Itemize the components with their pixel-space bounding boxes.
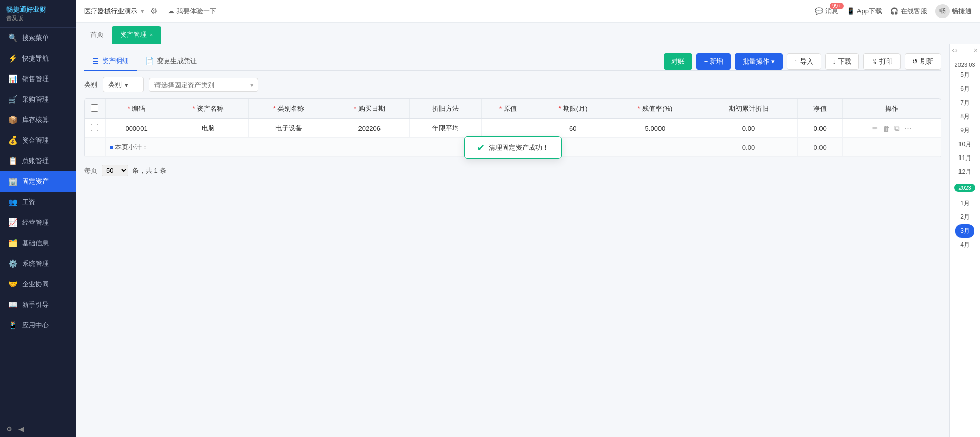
new-button[interactable]: + 新增 bbox=[696, 53, 731, 70]
sidebar-item-fixed-assets[interactable]: 🏢固定资产 bbox=[0, 171, 76, 192]
tab-close-icon[interactable]: × bbox=[150, 32, 153, 38]
category-type-select[interactable]: 类别 ▾ bbox=[103, 77, 144, 92]
capital-icon: 💰 bbox=[8, 136, 18, 145]
timeline-month[interactable]: 1月 bbox=[952, 196, 977, 210]
timeline-month[interactable]: 4月 bbox=[952, 238, 977, 252]
app-download-label: App下载 bbox=[857, 7, 882, 16]
sidebar-item-ledger[interactable]: 📋总账管理 bbox=[0, 151, 76, 171]
select-all-checkbox[interactable] bbox=[91, 104, 98, 112]
sidebar-label-enterprise: 企业协同 bbox=[22, 280, 49, 289]
row-original-value bbox=[482, 119, 535, 138]
row-depreciation: 年限平均 bbox=[410, 119, 482, 138]
import-button[interactable]: ↑ 导入 bbox=[787, 53, 821, 70]
download-icon: 📱 bbox=[847, 7, 855, 15]
filter-type-text: 类别 bbox=[108, 80, 122, 89]
sidebar-item-guide[interactable]: 📖新手引导 bbox=[0, 294, 76, 315]
row-residual-rate: 5.0000 bbox=[611, 119, 699, 138]
cloud-icon: ☁ bbox=[168, 7, 174, 15]
timeline-month[interactable]: 6月 bbox=[952, 82, 977, 96]
subtotal-empty bbox=[85, 138, 105, 157]
payroll-icon: 👥 bbox=[8, 197, 18, 207]
row-checkbox-cell bbox=[85, 119, 105, 138]
timeline-month[interactable]: 3月 bbox=[955, 224, 974, 238]
guide-icon: 📖 bbox=[8, 300, 18, 309]
sidebar-item-enterprise[interactable]: 🤝企业协同 bbox=[0, 274, 76, 294]
category-input[interactable] bbox=[149, 78, 246, 91]
experience-btn[interactable]: ☁ 我要体验一下 bbox=[168, 7, 216, 16]
sidebar-item-payroll[interactable]: 👥工资 bbox=[0, 192, 76, 212]
delete-icon[interactable]: 🗑 bbox=[883, 124, 890, 133]
sub-tab-voucher[interactable]: 📄 变更生成凭证 bbox=[137, 52, 205, 71]
timeline-close-icon[interactable]: × bbox=[974, 46, 978, 54]
settings-gear-icon[interactable]: ⚙ bbox=[150, 6, 157, 16]
header-checkbox-cell bbox=[85, 99, 105, 119]
refresh-button[interactable]: ↺ 刷新 bbox=[905, 53, 941, 70]
timeline-month[interactable]: 7月 bbox=[952, 96, 977, 110]
settings-icon[interactable]: ⚙ bbox=[6, 425, 12, 433]
download-button[interactable]: ↓ 下载 bbox=[825, 53, 859, 70]
import-label: 导入 bbox=[800, 57, 813, 66]
print-button[interactable]: 🖨 打印 bbox=[863, 53, 901, 70]
timeline-month[interactable]: 9月 bbox=[952, 124, 977, 137]
sidebar-item-app-center[interactable]: 📱应用中心 bbox=[0, 315, 76, 335]
sidebar: 畅捷通好业财 普及版 🔍搜索菜单⚡快捷导航📊销售管理🛒采购管理📦库存核算💰资金管… bbox=[0, 0, 76, 437]
sidebar-label-basic-info: 基础信息 bbox=[22, 239, 49, 248]
timeline-month[interactable]: 10月 bbox=[952, 137, 977, 151]
sidebar-label-ledger: 总账管理 bbox=[22, 156, 49, 166]
message-icon: 💬 bbox=[815, 7, 823, 15]
sidebar-item-search[interactable]: 🔍搜索菜单 bbox=[0, 28, 76, 48]
message-badge: 99+ bbox=[830, 3, 844, 9]
search-icon: 🔍 bbox=[8, 33, 18, 43]
experience-text: 我要体验一下 bbox=[176, 7, 216, 16]
combo-arrow-icon[interactable]: ▾ bbox=[246, 78, 258, 91]
refresh-label: 刷新 bbox=[920, 57, 933, 66]
sidebar-item-inventory[interactable]: 📦库存核算 bbox=[0, 110, 76, 130]
batch-chevron-icon: ▾ bbox=[771, 57, 775, 65]
header-net-value: 净值 bbox=[798, 99, 843, 119]
category-value-select[interactable]: ▾ bbox=[149, 78, 258, 92]
per-page-label: 每页 bbox=[84, 166, 97, 175]
sidebar-item-basic-info[interactable]: 🗂️基础信息 bbox=[0, 233, 76, 253]
sales-icon: 📊 bbox=[8, 74, 18, 84]
tab-home[interactable]: 首页 bbox=[84, 26, 110, 44]
timeline-panel: × ⇔ 2023.03 5月6月7月8月9月10月11月12月20231月2月3… bbox=[949, 44, 980, 437]
timeline-month[interactable]: 12月 bbox=[952, 165, 977, 179]
reconcile-button[interactable]: 对账 bbox=[664, 53, 692, 70]
timeline-month[interactable]: 5月 bbox=[952, 68, 977, 82]
user-profile[interactable]: 畅 畅捷通 bbox=[935, 4, 972, 18]
sidebar-item-capital[interactable]: 💰资金管理 bbox=[0, 130, 76, 151]
success-toast: ✔ 清理固定资产成功！ bbox=[464, 136, 562, 159]
sub-tab1-label: 资产明细 bbox=[102, 56, 129, 66]
sidebar-item-purchase[interactable]: 🛒采购管理 bbox=[0, 89, 76, 110]
company-selector[interactable]: 医疗器械行业演示 ▾ bbox=[84, 7, 144, 16]
sub-tab-asset-detail[interactable]: ☰ 资产明细 bbox=[84, 52, 137, 71]
main-content: ☰ 资产明细 📄 变更生成凭证 对账 + 新增 批量操作 ▾ bbox=[76, 44, 949, 437]
row-period: 60 bbox=[535, 119, 611, 138]
row-checkbox[interactable] bbox=[91, 124, 98, 131]
app-download-btn[interactable]: 📱 App下载 bbox=[847, 7, 882, 16]
message-btn[interactable]: 💬 消息 99+ bbox=[815, 7, 838, 16]
timeline-month[interactable]: 2月 bbox=[952, 210, 977, 224]
copy-icon[interactable]: ⧉ bbox=[894, 124, 900, 133]
header-purchase-date: * 购买日期 bbox=[329, 99, 410, 119]
timeline-month[interactable]: 11月 bbox=[952, 151, 977, 165]
per-page-select[interactable]: 50 100 bbox=[102, 165, 128, 176]
timeline-expand-icon[interactable]: ⇔ bbox=[952, 46, 958, 54]
more-icon[interactable]: ⋯ bbox=[904, 124, 912, 133]
row-initial-depreciation: 0.00 bbox=[699, 119, 797, 138]
download-label: 下载 bbox=[838, 57, 851, 66]
app-subtitle: 普及版 bbox=[6, 14, 23, 22]
collapse-icon[interactable]: ◀ bbox=[18, 425, 24, 433]
sidebar-item-sales[interactable]: 📊销售管理 bbox=[0, 69, 76, 89]
edit-icon[interactable]: ✏ bbox=[872, 124, 878, 133]
tab-asset-management[interactable]: 资产管理 × bbox=[112, 26, 161, 44]
customer-service-btn[interactable]: 🎧 在线客服 bbox=[890, 7, 927, 16]
table-row: 000001 电脑 电子设备 202206 年限平均 60 5.0000 0.0… bbox=[85, 119, 941, 138]
sidebar-item-system[interactable]: ⚙️系统管理 bbox=[0, 253, 76, 274]
sidebar-item-operations[interactable]: 📈经营管理 bbox=[0, 212, 76, 233]
header-code: * 编码 bbox=[105, 99, 168, 119]
batch-button[interactable]: 批量操作 ▾ bbox=[735, 53, 783, 70]
sidebar-item-quick-nav[interactable]: ⚡快捷导航 bbox=[0, 48, 76, 69]
topbar: 医疗器械行业演示 ▾ ⚙ ☁ 我要体验一下 💬 消息 99+ 📱 App下载 🎧… bbox=[76, 0, 980, 23]
timeline-month[interactable]: 8月 bbox=[952, 110, 977, 124]
